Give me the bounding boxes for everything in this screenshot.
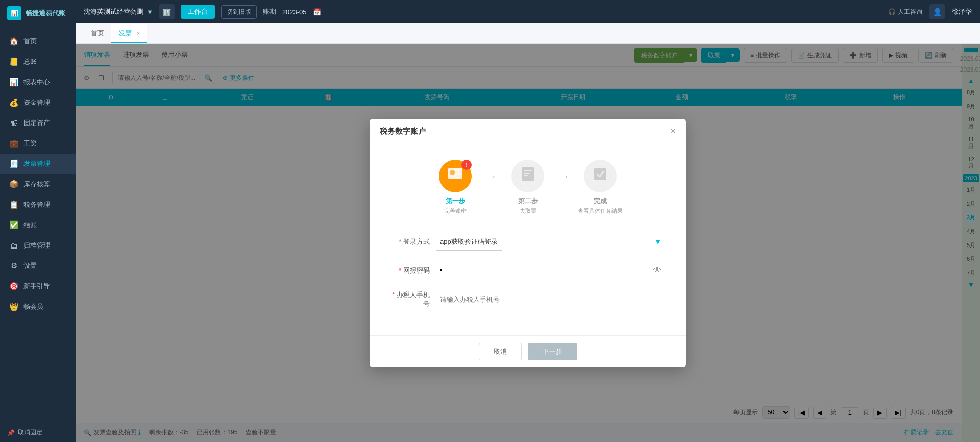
step-3-icon <box>592 166 608 186</box>
svg-rect-6 <box>524 173 530 174</box>
svg-rect-5 <box>524 170 532 171</box>
sidebar-item-label: 设置 <box>23 261 37 271</box>
eye-icon[interactable]: 👁 <box>653 266 662 275</box>
step-3-icon-wrap <box>584 160 617 192</box>
logo-text: 畅捷通易代账 <box>26 9 65 18</box>
sidebar-item-settings[interactable]: ⚙ 设置 <box>0 256 76 276</box>
svg-rect-4 <box>522 167 534 181</box>
cancel-button[interactable]: 取消 <box>479 343 522 360</box>
step-2-label: 第二步 <box>518 197 538 206</box>
login-method-select[interactable]: app获取验证码登录 账号密码登录 <box>436 233 502 251</box>
sidebar-item-vip[interactable]: 👑 畅会员 <box>0 297 76 317</box>
home-icon: 🏠 <box>9 37 18 46</box>
sidebar-item-funds[interactable]: 💰 资金管理 <box>0 92 76 113</box>
ledger-icon: 📒 <box>9 57 18 66</box>
step-1-badge: ! <box>461 160 472 170</box>
cancel-fixed-label: 取消固定 <box>18 428 42 437</box>
form-row-phone: * 办税人手机号 <box>390 290 666 309</box>
tab-close-icon[interactable]: × <box>137 30 140 36</box>
sidebar-item-label: 报表中心 <box>23 78 50 87</box>
password-input-wrap: 👁 <box>436 262 666 279</box>
modal-close-button[interactable]: × <box>670 126 676 137</box>
phone-input[interactable] <box>436 291 666 308</box>
step-2-sublabel: 去取票 <box>520 207 536 215</box>
step-3-sublabel: 查看具体任务结果 <box>578 207 623 215</box>
sidebar-item-label: 工资 <box>23 139 37 148</box>
inventory-icon: 📦 <box>9 180 18 189</box>
company-icon-button[interactable]: 🏢 <box>159 4 175 19</box>
main-area: 沈海英测试经营勿删 ▼ 🏢 工作台 切到旧版 账期 2023-05 📅 🎧 人工… <box>76 0 980 442</box>
modal-body: ! 第一步 完善账密 → <box>370 144 686 335</box>
svg-point-1 <box>450 170 455 175</box>
sidebar-item-reports[interactable]: 📊 报表中心 <box>0 72 76 92</box>
sidebar-item-guide[interactable]: 🎯 新手引导 <box>0 276 76 297</box>
header-right: 🎧 人工咨询 👤 徐泽华 <box>888 4 972 19</box>
svg-rect-3 <box>456 173 459 174</box>
sidebar-footer: 📌 取消固定 <box>0 423 76 442</box>
password-input[interactable] <box>436 262 666 279</box>
company-name: 沈海英测试经营勿删 <box>84 7 143 16</box>
top-header: 沈海英测试经营勿删 ▼ 🏢 工作台 切到旧版 账期 2023-05 📅 🎧 人工… <box>76 0 980 23</box>
chevron-down-icon: ▼ <box>146 8 153 16</box>
sidebar-item-archive[interactable]: 🗂 归档管理 <box>0 235 76 256</box>
sidebar-item-invoice[interactable]: 🧾 发票管理 <box>0 154 76 174</box>
step-2: 第二步 去取票 <box>497 160 558 215</box>
sidebar-item-label: 固定资产 <box>23 118 50 128</box>
user-avatar[interactable]: 👤 <box>929 4 945 19</box>
step-1-icon-wrap: ! <box>439 160 472 192</box>
svg-rect-2 <box>456 170 461 171</box>
step-2-icon <box>520 166 536 186</box>
close-accounts-icon: ✅ <box>9 220 18 230</box>
customer-service-button[interactable]: 🎧 人工咨询 <box>888 8 922 16</box>
workbench-button[interactable]: 工作台 <box>181 5 215 19</box>
logo-icon: 📊 <box>7 6 21 20</box>
svg-rect-7 <box>524 175 528 176</box>
form-row-password: * 网报密码 👁 <box>390 262 666 279</box>
content-area: 销项发票 进项发票 费用小票 税务数字账户 ▼ 取票 <box>76 44 980 442</box>
sidebar-item-inventory[interactable]: 📦 库存核算 <box>0 174 76 194</box>
sidebar-item-close[interactable]: ✅ 结账 <box>0 215 76 235</box>
select-arrow-icon: ▼ <box>654 238 662 246</box>
cancel-fixed-button[interactable]: 📌 取消固定 <box>7 428 68 437</box>
guide-icon: 🎯 <box>9 282 18 291</box>
sidebar-item-home[interactable]: 🏠 首页 <box>0 31 76 52</box>
login-method-select-wrap: app获取验证码登录 账号密码登录 ▼ <box>436 233 666 251</box>
step-2-icon-wrap <box>511 160 544 192</box>
sidebar-item-label: 资金管理 <box>23 98 50 107</box>
sidebar-item-tax[interactable]: 📋 税务管理 <box>0 194 76 215</box>
archive-icon: 🗂 <box>9 241 18 250</box>
tab-bar: 首页 发票 × <box>76 23 980 44</box>
sidebar-item-payroll[interactable]: 💼 工资 <box>0 133 76 154</box>
company-selector[interactable]: 沈海英测试经营勿删 ▼ <box>84 7 153 16</box>
sidebar-item-label: 发票管理 <box>23 159 50 168</box>
assets-icon: 🏗 <box>9 119 18 128</box>
step-1-icon <box>447 166 463 186</box>
modal-tax-digital-account: 税务数字账户 × <box>370 119 686 367</box>
tab-home[interactable]: 首页 <box>84 24 111 43</box>
password-label: * 网报密码 <box>390 266 436 275</box>
user-icon: 👤 <box>933 8 942 16</box>
sidebar-item-label: 归档管理 <box>23 241 50 250</box>
phone-label: * 办税人手机号 <box>390 290 436 309</box>
sidebar-item-assets[interactable]: 🏗 固定资产 <box>0 113 76 133</box>
tab-invoice[interactable]: 发票 × <box>111 24 147 43</box>
sidebar-item-label: 总账 <box>23 57 37 66</box>
modal-header: 税务数字账户 × <box>370 119 686 144</box>
step-3-label: 完成 <box>594 197 607 206</box>
switch-version-button[interactable]: 切到旧版 <box>221 5 257 19</box>
step-1: ! 第一步 完善账密 <box>425 160 486 215</box>
sidebar-item-ledger[interactable]: 📒 总账 <box>0 52 76 72</box>
step-arrow-1: → <box>486 160 497 183</box>
step-1-sublabel: 完善账密 <box>444 207 467 215</box>
step-1-label: 第一步 <box>446 197 465 206</box>
sidebar-nav: 🏠 首页 📒 总账 📊 报表中心 💰 资金管理 🏗 固定资产 💼 工资 <box>0 27 76 423</box>
calendar-icon[interactable]: 📅 <box>313 8 321 16</box>
payroll-icon: 💼 <box>9 139 18 148</box>
reports-icon: 📊 <box>9 78 18 87</box>
pin-icon: 📌 <box>7 429 15 436</box>
invoice-icon: 🧾 <box>9 159 18 168</box>
period-value: 2023-05 <box>282 8 307 16</box>
next-step-button[interactable]: 下一步 <box>528 343 577 360</box>
funds-icon: 💰 <box>9 98 18 107</box>
svg-rect-8 <box>594 168 606 180</box>
